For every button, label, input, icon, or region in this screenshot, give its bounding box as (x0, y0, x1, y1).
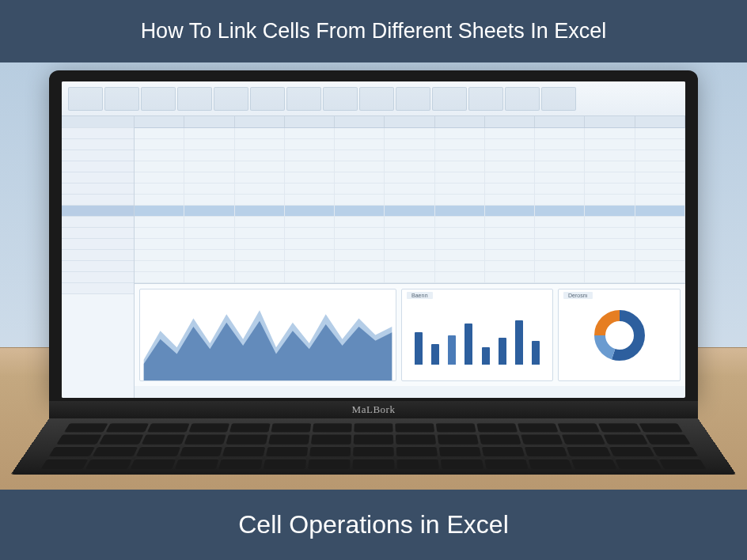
laptop: Baerın Derosnı (49, 70, 698, 490)
col-header (285, 116, 335, 127)
row-label (62, 228, 134, 239)
header-title: How To Link Cells From Different Sheets … (141, 19, 607, 43)
row-label (62, 283, 134, 294)
laptop-brand: MaLBork (352, 403, 396, 416)
row-label (62, 250, 134, 261)
table-row (135, 217, 685, 228)
header-banner: How To Link Cells From Different Sheets … (0, 0, 747, 62)
area-chart (139, 289, 396, 381)
row-labels-column (62, 116, 135, 398)
ribbon-item (141, 87, 176, 111)
col-header (485, 116, 535, 127)
col-header (135, 116, 184, 127)
col-header (235, 116, 285, 127)
spreadsheet-body: Baerın Derosnı (62, 116, 685, 398)
data-rows (135, 128, 685, 283)
table-row (135, 128, 685, 139)
col-header (435, 116, 485, 127)
row-label (62, 272, 134, 283)
bar (415, 332, 423, 365)
bar-chart: Baerın (401, 289, 553, 381)
ribbon-item (214, 87, 248, 111)
spreadsheet-grid: Baerın Derosnı (135, 116, 685, 398)
ribbon-item (286, 87, 321, 111)
screen-bezel: Baerın Derosnı (49, 70, 698, 401)
row-label (62, 150, 134, 161)
row-label (62, 217, 134, 228)
row-label (62, 172, 134, 184)
table-row (135, 184, 685, 195)
donut-chart-svg (592, 308, 647, 363)
table-row (135, 228, 685, 239)
col-header (335, 116, 385, 127)
ribbon-item (177, 87, 212, 111)
donut-chart: Derosnı (558, 289, 681, 381)
laptop-keyboard (10, 418, 736, 475)
bar-chart-label: Baerın (407, 292, 433, 299)
table-row (135, 161, 685, 172)
excel-ribbon (62, 81, 685, 116)
bar (465, 324, 472, 365)
row-label (62, 116, 134, 128)
table-row-highlighted (135, 206, 685, 217)
column-headers (135, 116, 685, 128)
bar (431, 344, 439, 365)
ribbon-item (432, 87, 467, 111)
hero-image-area: Baerın Derosnı (0, 62, 747, 490)
col-header (184, 116, 234, 127)
table-row (135, 272, 685, 283)
row-label (62, 184, 134, 195)
row-label (62, 128, 134, 139)
ribbon-item (396, 87, 430, 111)
bar (532, 341, 540, 365)
table-row (135, 250, 685, 261)
ribbon-item (541, 87, 576, 111)
laptop-hinge: MaLBork (49, 401, 698, 418)
ribbon-item (359, 87, 394, 111)
table-row (135, 139, 685, 150)
charts-panel: Baerın Derosnı (135, 283, 685, 386)
bar (448, 335, 456, 365)
col-header (585, 116, 635, 127)
footer-title: Cell Operations in Excel (238, 510, 508, 539)
table-row (135, 150, 685, 161)
row-label (62, 261, 134, 272)
bar (515, 320, 523, 365)
area-chart-svg (140, 289, 396, 380)
col-header (635, 116, 685, 127)
ribbon-item (250, 87, 285, 111)
row-label (62, 206, 134, 217)
table-row (135, 195, 685, 206)
ribbon-item (323, 87, 358, 111)
col-header (535, 116, 585, 127)
laptop-screen: Baerın Derosnı (62, 81, 685, 398)
row-label (62, 161, 134, 172)
row-label (62, 239, 134, 250)
footer-banner: Cell Operations in Excel (0, 490, 747, 560)
donut-chart-label: Derosnı (563, 292, 593, 299)
table-row (135, 172, 685, 184)
col-header (385, 116, 434, 127)
bar (499, 338, 506, 365)
bar (482, 347, 490, 365)
ribbon-item (104, 87, 139, 111)
table-row (135, 261, 685, 272)
ribbon-item (468, 87, 503, 111)
row-label (62, 139, 134, 150)
row-label (62, 195, 134, 206)
table-row (135, 239, 685, 250)
ribbon-item (68, 87, 103, 111)
ribbon-item (505, 87, 540, 111)
